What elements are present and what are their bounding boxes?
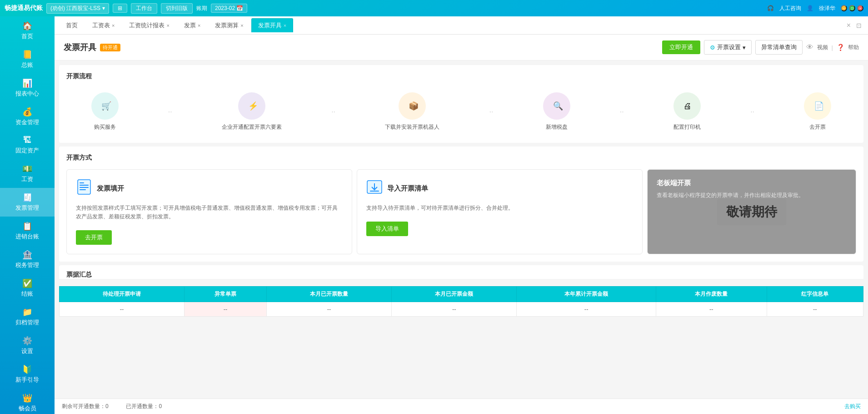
sidebar-item-ledger[interactable]: 📒 总账 [0,45,55,74]
open-settings-label: 开票设置 [717,43,741,51]
svg-text:🔍: 🔍 [553,101,564,111]
sidebar-label-sales: 进销台账 [15,232,39,241]
sidebar-item-salary[interactable]: 💵 工资 [0,159,55,188]
col-void-count: 本月作废数量 [656,287,767,302]
period-selector[interactable]: 2023-02 📅 [211,4,247,13]
manual-method-icon [76,179,92,198]
service-label[interactable]: 人工咨询 [779,5,801,12]
settings-chevron-icon: ▾ [743,44,746,51]
header-actions: 立即开通 ⚙ 开票设置 ▾ 异常清单查询 👁 视频 | ❓ 帮助 [662,40,859,55]
tab-invoice-calc[interactable]: 发票测算 × [208,18,250,32]
window-controls: − ⊡ × [841,5,863,11]
tab-salary-stats-close[interactable]: × [166,23,169,28]
opened-label: 已开通数量：0 [126,403,162,409]
reconcile-icon: ✅ [22,278,32,288]
sidebar-item-tax[interactable]: 🏦 税务管理 [0,245,55,274]
step-buy-service[interactable]: 🛒 购买服务 [91,92,119,131]
svg-text:🛒: 🛒 [101,101,112,111]
cell-void-count: -- [656,302,767,317]
sidebar-label-fixed: 固定资产 [15,146,39,155]
import-method-btn[interactable]: 导入清单 [366,222,408,236]
sidebar-item-guide[interactable]: 🔰 新手引导 [0,360,55,389]
sidebar-item-reconcile[interactable]: ✅ 结账 [0,274,55,303]
tab-salary-stats[interactable]: 工资统计报表 × [122,18,176,32]
tab-close-all[interactable]: × [844,21,853,30]
divider-1: | [832,44,833,51]
arrow-4: ·· [620,108,624,116]
user-avatar: 👤 [807,5,813,11]
step-buy-label: 购买服务 [94,123,116,131]
sidebar-item-home[interactable]: 🏠 首页 [0,16,55,45]
tab-restore[interactable]: ⊡ [854,22,863,29]
cell-abnormal: -- [185,302,267,317]
workspace-button[interactable]: 工作台 [131,3,157,14]
method-card-import: 导入开票清单 支持导入待开票清单，可对待开票清单进行拆分、合并处理。 导入清单 [357,169,643,254]
col-pending: 待处理开票申请 [60,287,185,302]
tab-invoice-calc-close[interactable]: × [240,23,243,28]
old-platform-card: 老板端开票 查看老板端小程序提交的开票申请，并作出相应处理及审批。 敬请期待 [647,169,856,254]
step-taxbox-icon: 🔍 [543,92,570,120]
abnormal-query-button[interactable]: 异常清单查询 [755,40,803,55]
sidebar-label-reports: 报表中心 [15,90,39,98]
archive-icon: 📁 [22,307,32,317]
dropdown-icon: ▾ [102,5,105,11]
invoice-icon: 🧾 [22,192,32,202]
tab-home[interactable]: 首页 [59,18,85,32]
open-now-button[interactable]: 立即开通 [662,40,700,54]
close-window-button[interactable]: × [857,5,863,11]
methods-section: 开票方式 [59,146,863,262]
sidebar-item-member[interactable]: 👑 畅会员 [0,389,55,414]
manual-method-title: 发票填开 [97,184,124,193]
step-download[interactable]: 📦 下载并安装开票机器人 [385,92,439,131]
step-config[interactable]: ⚡ 企业开通配置开票六要素 [222,92,282,131]
sidebar-item-archive[interactable]: 📁 归档管理 [0,303,55,331]
open-settings-button[interactable]: ⚙ 开票设置 ▾ [704,40,752,55]
tab-salary-table[interactable]: 工资表 × [85,18,121,32]
switch-old-button[interactable]: 切到旧版 [161,3,193,14]
minimize-button[interactable]: − [841,5,847,11]
manual-method-btn[interactable]: 去开票 [76,230,112,245]
import-method-title: 导入开票清单 [387,184,428,193]
tab-invoice-tool[interactable]: 发票开具 × [251,18,293,32]
col-abnormal: 异常单票 [185,287,267,302]
tab-salary-table-label: 工资表 [92,21,110,30]
method-card-manual: 发票填开 支持按照发票样式手工填写开发票；可开具增值税电子普通发票、增值税普通发… [66,169,352,254]
step-printer[interactable]: 🖨 配置打印机 [673,92,701,131]
tab-invoice-list-close[interactable]: × [198,23,200,28]
svg-rect-16 [80,189,86,190]
page-footer: 剩余可开通数量：0 已开通数量：0 去购买 [55,399,868,414]
settings-gear-icon: ⚙ [710,44,715,51]
tab-salary-table-close[interactable]: × [112,23,115,28]
reports-icon: 📊 [22,78,32,88]
sidebar-item-sales[interactable]: 📋 进销台账 [0,217,55,245]
sidebar-item-invoice[interactable]: 🧾 发票管理 [0,188,55,217]
remaining-label: 剩余可开通数量：0 [62,403,109,409]
step-config-label: 企业开通配置开票六要素 [222,123,282,131]
process-steps: 🛒 购买服务 ·· ⚡ 企业开通配置开票六要素 ·· [66,88,856,136]
arrow-2: ·· [331,108,335,116]
top-bar-actions: 🎧 人工咨询 👤 徐泽华 − ⊡ × [767,5,863,12]
company-selector[interactable]: (劝创) 江西股宝-LSS ▾ [46,3,109,14]
svg-rect-15 [80,187,89,188]
step-open-invoice[interactable]: 📄 去开票 [804,92,831,131]
sidebar-item-reports[interactable]: 📊 报表中心 [0,74,55,102]
sidebar-label-member: 畅会员 [19,404,36,413]
maximize-button[interactable]: ⊡ [849,5,855,11]
help-label[interactable]: 帮助 [848,44,859,51]
view-label[interactable]: 视频 [817,44,828,51]
calendar-icon: 📅 [236,5,243,11]
tab-invoice-list[interactable]: 发票 × [177,18,207,32]
buy-link[interactable]: 去购买 [844,403,861,410]
sidebar-label-guide: 新手引导 [15,376,39,384]
footer-info: 剩余可开通数量：0 已开通数量：0 [62,403,162,410]
copy-button[interactable]: ⊞ [113,4,127,13]
step-taxbox[interactable]: 🔍 新增税盘 [543,92,570,131]
period-value: 2023-02 [215,5,235,11]
sidebar-item-fixed[interactable]: 🏗 固定资产 [0,131,55,159]
sidebar-item-capital[interactable]: 💰 资金管理 [0,102,55,131]
sidebar-item-settings[interactable]: ⚙️ 设置 [0,331,55,360]
tab-invoice-tool-close[interactable]: × [284,23,286,28]
user-name[interactable]: 徐泽华 [819,5,835,12]
tab-invoice-tool-label: 发票开具 [258,21,282,30]
arrow-1: ·· [168,108,172,116]
